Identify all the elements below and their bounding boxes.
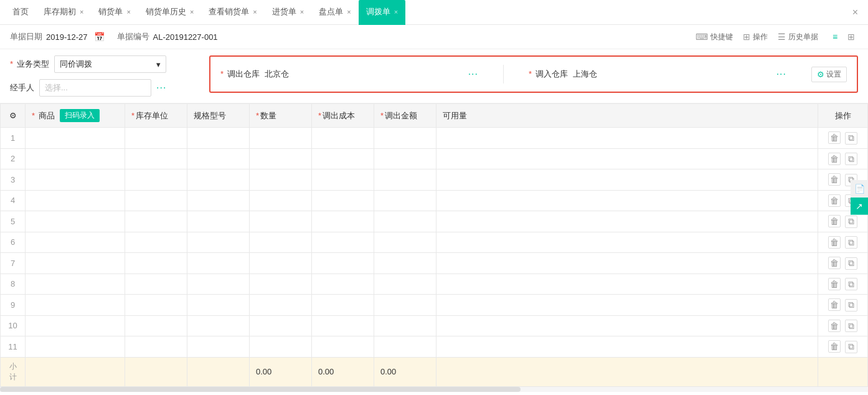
delete-icon[interactable]: 🗑 (828, 257, 841, 269)
cell-spec[interactable] (187, 148, 250, 169)
scrollbar-thumb[interactable] (0, 387, 521, 392)
cell-spec[interactable] (187, 336, 250, 358)
tab-sales-history[interactable]: 销货单历史 × (138, 0, 201, 25)
cell-product[interactable] (26, 169, 125, 191)
cell-unit[interactable] (125, 128, 187, 149)
tab-close-inventory-init[interactable]: × (80, 8, 83, 16)
cell-product[interactable] (26, 336, 125, 358)
cell-spec[interactable] (187, 253, 250, 274)
warehouse-in-more-btn[interactable]: ··· (776, 69, 786, 80)
cell-unit[interactable] (125, 190, 187, 211)
cell-qty[interactable] (250, 169, 312, 191)
cell-spec[interactable] (187, 128, 250, 149)
cell-cost[interactable] (312, 253, 374, 274)
copy-icon[interactable]: ⧉ (845, 236, 857, 249)
cell-unit[interactable] (125, 336, 187, 358)
horizontal-scrollbar[interactable] (0, 387, 868, 392)
copy-icon[interactable]: ⧉ (845, 341, 857, 353)
cell-qty[interactable] (250, 274, 312, 295)
delete-icon[interactable]: 🗑 (828, 278, 841, 290)
cell-unit[interactable] (125, 148, 187, 169)
shortcut-action[interactable]: ⌨ 快捷键 (696, 32, 733, 42)
cell-product[interactable] (26, 315, 125, 336)
cell-amount[interactable] (374, 274, 436, 295)
delete-icon[interactable]: 🗑 (828, 215, 841, 227)
tab-close-sales-history[interactable]: × (190, 8, 194, 16)
cell-amount[interactable] (374, 190, 436, 211)
cell-unit[interactable] (125, 211, 187, 232)
cell-qty[interactable] (250, 253, 312, 274)
copy-icon[interactable]: ⧉ (845, 216, 857, 228)
warehouse-out-more-btn[interactable]: ··· (468, 69, 478, 80)
tab-close-transfer[interactable]: × (394, 8, 398, 16)
cell-qty[interactable] (250, 148, 312, 169)
cell-cost[interactable] (312, 190, 374, 211)
cell-cost[interactable] (312, 315, 374, 336)
form-settings-btn[interactable]: ⚙ 设置 (811, 67, 847, 82)
th-settings[interactable]: ⚙ (1, 104, 26, 128)
cell-product[interactable] (26, 128, 125, 149)
tab-close-sales[interactable]: × (126, 8, 130, 16)
delete-icon[interactable]: 🗑 (828, 153, 841, 165)
cell-spec[interactable] (187, 232, 250, 253)
cell-amount[interactable] (374, 295, 436, 316)
cell-unit[interactable] (125, 232, 187, 253)
delete-icon[interactable]: 🗑 (828, 236, 841, 249)
cell-qty[interactable] (250, 128, 312, 149)
cell-qty[interactable] (250, 295, 312, 316)
cell-spec[interactable] (187, 274, 250, 295)
tab-stocktake[interactable]: 盘点单 × (311, 0, 358, 25)
tab-close-view-sales[interactable]: × (253, 8, 257, 16)
cell-product[interactable] (26, 190, 125, 211)
cell-cost[interactable] (312, 211, 374, 232)
cell-qty[interactable] (250, 190, 312, 211)
cell-cost[interactable] (312, 169, 374, 191)
copy-icon[interactable]: ⧉ (845, 299, 857, 312)
operate-action[interactable]: ⊞ 操作 (743, 32, 768, 42)
business-type-select[interactable]: 同价调拨 ▾ (54, 55, 166, 73)
copy-icon[interactable]: ⧉ (845, 278, 857, 290)
cell-cost[interactable] (312, 232, 374, 253)
cell-spec[interactable] (187, 211, 250, 232)
cell-qty[interactable] (250, 336, 312, 358)
cell-amount[interactable] (374, 148, 436, 169)
cell-spec[interactable] (187, 169, 250, 191)
cell-unit[interactable] (125, 169, 187, 191)
delete-icon[interactable]: 🗑 (828, 340, 841, 353)
cell-product[interactable] (26, 253, 125, 274)
cell-unit[interactable] (125, 274, 187, 295)
cell-spec[interactable] (187, 315, 250, 336)
calendar-icon[interactable]: 📅 (94, 32, 105, 42)
cell-amount[interactable] (374, 232, 436, 253)
cell-cost[interactable] (312, 295, 374, 316)
tab-view-sales[interactable]: 查看销货单 × (201, 0, 264, 25)
cell-product[interactable] (26, 295, 125, 316)
cell-qty[interactable] (250, 232, 312, 253)
copy-icon[interactable]: ⧉ (845, 132, 857, 145)
tab-transfer[interactable]: 调拨单 × (359, 0, 405, 25)
handler-select[interactable]: 选择... (39, 79, 151, 97)
side-doc-btn[interactable]: 📄 (851, 180, 868, 198)
copy-icon[interactable]: ⧉ (845, 153, 857, 165)
cell-product[interactable] (26, 232, 125, 253)
layout-list-icon[interactable]: ≡ (828, 30, 842, 44)
cell-amount[interactable] (374, 169, 436, 191)
delete-icon[interactable]: 🗑 (828, 173, 841, 186)
tab-close-purchase[interactable]: × (300, 8, 304, 16)
tab-home[interactable]: 首页 (5, 0, 36, 25)
global-close-button[interactable]: × (847, 7, 863, 18)
scan-btn[interactable]: 扫码录入 (60, 109, 100, 122)
delete-icon[interactable]: 🗑 (828, 131, 841, 144)
cell-unit[interactable] (125, 253, 187, 274)
tab-inventory-init[interactable]: 库存期初 × (36, 0, 91, 25)
copy-icon[interactable]: ⧉ (845, 320, 857, 332)
delete-icon[interactable]: 🗑 (828, 194, 841, 207)
tab-sales[interactable]: 销货单 × (91, 0, 138, 25)
cell-unit[interactable] (125, 315, 187, 336)
cell-cost[interactable] (312, 274, 374, 295)
cell-product[interactable] (26, 148, 125, 169)
cell-unit[interactable] (125, 295, 187, 316)
cell-product[interactable] (26, 274, 125, 295)
cell-amount[interactable] (374, 336, 436, 358)
tab-purchase[interactable]: 进货单 × (265, 0, 311, 25)
